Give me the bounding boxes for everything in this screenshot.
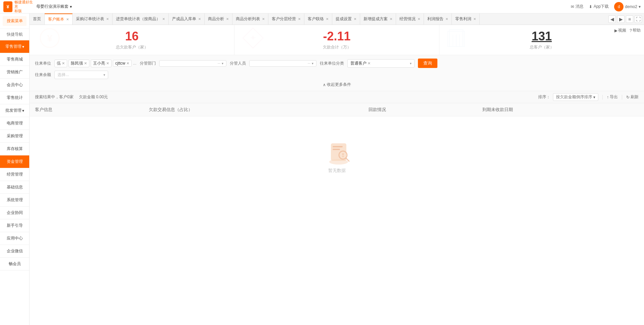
tab-close-icon[interactable]: ✕ <box>473 17 476 21</box>
tab-close-icon[interactable]: ✕ <box>162 17 165 21</box>
export-button[interactable]: ↑ 导出 <box>607 94 618 100</box>
remove-tag-1[interactable]: ✕ <box>84 61 87 66</box>
sidebar-item-member-center[interactable]: 会员中心 <box>0 79 29 92</box>
quick-nav-button[interactable]: 快捷导航 <box>0 29 29 40</box>
tab-close-icon[interactable]: ✕ <box>66 17 69 21</box>
video-link[interactable]: ▶ 视频 <box>614 28 626 33</box>
total-customers-label: 总客户（家） <box>530 44 554 50</box>
sidebar-item-app-center[interactable]: 应用中心 <box>0 232 29 245</box>
refresh-button[interactable]: ↻ 刷新 <box>626 94 639 100</box>
unit-label: 往来单位 <box>35 61 51 66</box>
tab-purchase-order-stats[interactable]: 采购订单统计表 ✕ <box>73 13 113 25</box>
message-icon: ✉ <box>571 4 574 9</box>
user-chevron-icon: ▾ <box>639 4 641 9</box>
tab-close-icon[interactable]: ✕ <box>226 17 229 21</box>
sidebar: 搜索菜单 快捷导航 零售管理 ▾ 零售商城 营销推广 会员中心 零售统计 批发管… <box>0 13 30 325</box>
chevron-down-icon: ▾ <box>70 4 72 9</box>
sidebar-item-vip-member[interactable]: 畅会员 <box>0 258 29 270</box>
col-customer-info: 客户信息 <box>30 103 143 116</box>
sidebar-item-new-guide[interactable]: 新手引导 <box>0 219 29 232</box>
dept-select[interactable]: ··· ▾ <box>159 60 226 67</box>
tab-menu-btn[interactable]: ≡ <box>626 15 633 23</box>
sidebar-item-enterprise-collab[interactable]: 企业协同 <box>0 207 29 219</box>
tab-next-btn[interactable]: ▶ <box>617 15 625 23</box>
tab-product-analysis[interactable]: 商品分析 ✕ <box>205 13 232 25</box>
filter-area: 往来单位 伍 ✕ 陈民强 ✕ 王小亮 ✕ <box>30 55 644 91</box>
tab-close-icon[interactable]: ✕ <box>445 17 448 21</box>
tab-profit-report[interactable]: 利润报告 ✕ <box>424 13 452 25</box>
tab-close-icon[interactable]: ✕ <box>390 17 392 21</box>
remove-unit-class-tag[interactable]: ✕ <box>368 61 371 66</box>
tab-close-icon[interactable]: ✕ <box>298 17 301 21</box>
app-download-btn[interactable]: ⬇ App下载 <box>589 4 609 9</box>
collapse-button[interactable]: ∧ 收起更多条件 <box>323 82 351 87</box>
total-customers-value[interactable]: 131 <box>531 30 552 43</box>
unit-class-select[interactable]: 普通客户 ✕ ▾ <box>347 59 415 68</box>
tab-prompt-settings[interactable]: 提成设置 ✕ <box>332 13 360 25</box>
remove-tag-0[interactable]: ✕ <box>62 61 65 66</box>
total-arrears-customers-value: 16 <box>125 30 138 43</box>
svg-rect-16 <box>343 155 343 157</box>
search-menu-button[interactable]: 搜索菜单 <box>3 16 27 26</box>
dept-arrow-icon: ▾ <box>222 62 223 65</box>
tab-production-inbound[interactable]: 产成品入库单 ✕ <box>169 13 205 25</box>
sidebar-item-retail-stats[interactable]: 零售统计 <box>0 92 29 104</box>
svg-point-15 <box>342 153 344 155</box>
sidebar-item-batch-mgmt[interactable]: 批发管理 ▾ <box>0 104 29 117</box>
sort-label: 排序： <box>538 94 550 100</box>
message-btn[interactable]: ✉ 消息 <box>571 4 584 9</box>
tab-customer-accounts[interactable]: 客户账本 ✕ <box>45 13 73 25</box>
avatar: d <box>614 2 624 11</box>
sidebar-item-purchase-mgmt[interactable]: 采购管理 <box>0 130 29 143</box>
remove-tag-3[interactable]: ✕ <box>126 61 129 66</box>
tab-operations-status[interactable]: 经营情况 ✕ <box>396 13 424 25</box>
remainder-select[interactable]: 选择... ▾ <box>54 71 108 79</box>
tab-customer-segment[interactable]: 客户分层经营 ✕ <box>268 13 304 25</box>
demo-selector[interactable]: 母婴行业演示账套 ▾ <box>33 4 571 9</box>
dept-extra-icon: ··· <box>218 62 220 65</box>
unit-tag-3: cjttcw ✕ <box>113 60 132 67</box>
more-tags-btn[interactable]: ... <box>133 61 136 66</box>
sidebar-item-ecommerce[interactable]: 电商管理 <box>0 117 29 130</box>
currency-icon: ¥ <box>40 28 60 52</box>
remove-tag-2[interactable]: ✕ <box>106 61 109 66</box>
sidebar-item-operations[interactable]: 经营管理 <box>0 168 29 181</box>
sidebar-item-finance-mgmt[interactable]: 资金管理 <box>0 155 29 168</box>
tab-close-icon[interactable]: ✕ <box>262 17 265 21</box>
result-summary: 搜索结果中，客户0家 <box>35 94 74 100</box>
unit-class-tag: 普通客户 ✕ <box>350 61 371 66</box>
svg-rect-12 <box>333 149 340 150</box>
user-menu[interactable]: d demo2 ▾ <box>614 2 641 11</box>
tab-home[interactable]: 首页 <box>30 13 45 25</box>
tab-close-icon[interactable]: ✕ <box>418 17 420 21</box>
tab-fullscreen-btn[interactable]: ⛶ <box>635 15 642 23</box>
sort-select[interactable]: 按欠款金额倒序排序 ▾ <box>553 93 598 101</box>
sidebar-item-enterprise-wechat[interactable]: 企业微信 <box>0 245 29 258</box>
query-button[interactable]: 查询 <box>418 59 437 68</box>
tab-incoming-stats[interactable]: 进货单统计表（按商品） ✕ <box>113 13 169 25</box>
help-link[interactable]: ? 帮助 <box>630 28 641 33</box>
sidebar-item-basic-info[interactable]: 基础信息 <box>0 181 29 194</box>
sidebar-item-inventory[interactable]: 库存核算 <box>0 143 29 155</box>
tab-retail-profit[interactable]: 零售利润 ✕ <box>452 13 480 25</box>
tab-product-analysis-list[interactable]: 商品分析列表 ✕ <box>232 13 268 25</box>
tab-customer-contact[interactable]: 客户联络 ✕ <box>304 13 332 25</box>
tab-close-icon[interactable]: ✕ <box>198 17 201 21</box>
sidebar-item-retail-mall[interactable]: 零售商城 <box>0 53 29 66</box>
sidebar-item-retail-mgmt[interactable]: 零售管理 ▾ <box>0 40 29 53</box>
sidebar-search: 搜索菜单 <box>0 13 29 29</box>
tab-new-prompt-plan[interactable]: 新增提成方案 ✕ <box>360 13 396 25</box>
person-select[interactable]: ··· ▾ <box>249 60 316 67</box>
person-arrow-icon: ▾ <box>312 62 313 65</box>
svg-rect-10 <box>331 143 346 161</box>
sidebar-item-sys-mgmt[interactable]: 系统管理 <box>0 194 29 207</box>
tab-close-icon[interactable]: ✕ <box>106 17 109 21</box>
empty-icon <box>324 137 350 164</box>
sort-section: 排序： 按欠款金额倒序排序 ▾ ↑ 导出 ↻ 刷新 <box>538 93 639 101</box>
sidebar-item-marketing[interactable]: 营销推广 <box>0 66 29 79</box>
tab-close-icon[interactable]: ✕ <box>326 17 329 21</box>
tab-close-icon[interactable]: ✕ <box>354 17 356 21</box>
collapse-icon: ∧ <box>323 82 326 87</box>
help-icon: ? <box>630 28 632 33</box>
tab-prev-btn[interactable]: ◀ <box>608 15 616 23</box>
